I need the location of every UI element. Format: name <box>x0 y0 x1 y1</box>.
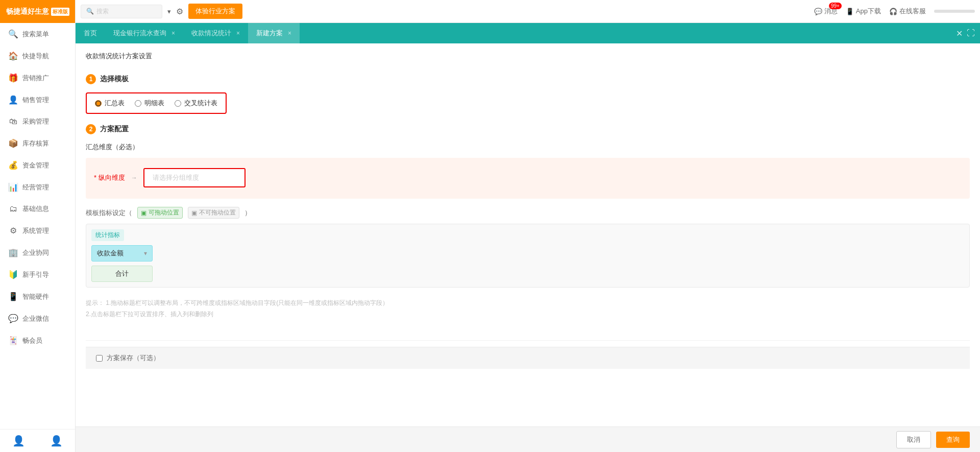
message-badge: 99+ <box>829 3 842 9</box>
header-search-placeholder[interactable]: 搜索 <box>96 7 109 16</box>
sidebar-tag: 标准版 <box>51 8 69 16</box>
dimension-row: * 纵向维度 → 请选择分组维度 <box>94 168 962 187</box>
tab-close-receipts[interactable]: × <box>236 30 240 37</box>
template-selector: 汇总表 明细表 交叉统计表 <box>86 92 227 114</box>
sales-icon: 👤 <box>8 95 18 105</box>
close-window-icon[interactable]: ✕ <box>956 29 963 38</box>
cancel-button[interactable]: 取消 <box>896 431 931 448</box>
sidebar-bottom-user2[interactable]: 👤 <box>50 435 63 447</box>
metrics-amount-arrow[interactable]: ▾ <box>144 250 147 257</box>
user-info[interactable] <box>934 10 975 13</box>
query-button[interactable]: 查询 <box>936 432 970 448</box>
sidebar-item-finance[interactable]: 💰资金管理 <box>0 154 75 176</box>
sidebar-item-operation[interactable]: 📊经营管理 <box>0 176 75 198</box>
message-btn[interactable]: 💬 消息 99+ <box>814 7 838 16</box>
sidebar-logo: 畅捷通好生意 标准版 <box>0 0 75 23</box>
sidebar-item-system[interactable]: ⚙系统管理 <box>0 220 75 242</box>
save-label[interactable]: 方案保存（可选） <box>107 353 160 363</box>
tabs-bar: 首页现金银行流水查询×收款情况统计×新建方案× ✕ ⛶ <box>76 23 980 43</box>
radio-summary-input[interactable] <box>95 100 102 107</box>
metrics-total-label: 合计 <box>115 270 129 277</box>
section2-title: 方案配置 <box>100 125 129 134</box>
sidebar-label-quicknav: 快捷导航 <box>22 52 49 61</box>
main-content: 收款情况统计方案设置 1 选择模板 汇总表 明细表 交叉统计表 <box>76 43 980 452</box>
sidebar-label-finance: 资金管理 <box>22 161 49 170</box>
finance-icon: 💰 <box>8 160 18 170</box>
sidebar-label-enterprise: 企业协同 <box>22 248 49 257</box>
sidebar-item-inventory[interactable]: 📦库存核算 <box>0 132 75 154</box>
search-icon: 🔍 <box>86 8 94 15</box>
app-download-btn[interactable]: 📱 App下载 <box>846 7 881 16</box>
draggable-yes-tag: ▣ 可拖动位置 <box>137 207 183 219</box>
save-checkbox[interactable] <box>96 355 103 362</box>
draggable-no-label: 不可拖动位置 <box>199 208 236 217</box>
sidebar-item-sales[interactable]: 👤销售管理 <box>0 89 75 111</box>
tab-label-cashflow: 现金银行流水查询 <box>113 29 166 38</box>
sidebar-label-system: 系统管理 <box>22 226 49 235</box>
hardware-icon: 📱 <box>8 292 18 301</box>
sidebar-item-enterprise[interactable]: 🏢企业协同 <box>0 242 75 264</box>
dimension-area: * 纵向维度 → 请选择分组维度 <box>86 158 970 199</box>
tab-close-newplan[interactable]: × <box>288 30 291 37</box>
sidebar-item-marketing[interactable]: 🎁营销推广 <box>0 67 75 89</box>
sidebar-label-hardware: 智能硬件 <box>22 292 49 301</box>
footer-bar: 取消 查询 <box>76 426 980 452</box>
tab-cashflow[interactable]: 现金银行流水查询× <box>105 23 183 43</box>
section2-header: 2 方案配置 <box>86 124 970 134</box>
vertical-dimension-label: * 纵向维度 <box>94 173 125 182</box>
gear-icon[interactable]: ⚙ <box>176 7 183 16</box>
divider <box>86 340 970 341</box>
system-icon: ⚙ <box>8 226 18 235</box>
sidebar-item-wechat[interactable]: 💬企业微信 <box>0 307 75 329</box>
metrics-label-suffix: ） <box>244 208 251 218</box>
radio-summary-label: 汇总表 <box>105 99 125 108</box>
radio-summary[interactable]: 汇总表 <box>95 99 125 108</box>
tab-receipts[interactable]: 收款情况统计× <box>183 23 248 43</box>
section1-title: 选择模板 <box>100 75 129 84</box>
logo-text: 畅捷通好生意 <box>6 7 49 16</box>
radio-detail-label: 明细表 <box>144 99 164 108</box>
service-icon: 🎧 <box>889 8 897 15</box>
tabs-right-actions: ✕ ⛶ <box>956 29 980 38</box>
trial-btn[interactable]: 体验行业方案 <box>188 4 242 19</box>
section1-num: 1 <box>86 74 96 84</box>
metrics-item-amount[interactable]: 收款金额 ▾ <box>91 245 153 261</box>
app-label: App下载 <box>856 7 881 16</box>
radio-detail[interactable]: 明细表 <box>135 99 164 108</box>
tab-close-cashflow[interactable]: × <box>172 30 175 37</box>
radio-group: 汇总表 明细表 交叉统计表 <box>95 99 217 108</box>
sidebar-label-newbie: 新手引导 <box>22 270 49 279</box>
sidebar-bottom-user1[interactable]: 👤 <box>12 435 25 447</box>
newbie-icon: 🔰 <box>8 270 18 279</box>
operation-icon: 📊 <box>8 182 18 192</box>
member-icon: 🃏 <box>8 336 18 345</box>
expand-icon[interactable]: ⛶ <box>967 29 975 38</box>
header: 🔍 搜索 ▾ ⚙ 体验行业方案 💬 消息 99+ 📱 App下载 🎧 在线客服 <box>76 0 980 23</box>
inventory-icon: 📦 <box>8 138 18 148</box>
sidebar-item-newbie[interactable]: 🔰新手引导 <box>0 264 75 286</box>
sidebar-item-member[interactable]: 🃏畅会员 <box>0 329 75 351</box>
sidebar-item-quicknav[interactable]: 🏠快捷导航 <box>0 45 75 67</box>
online-service-btn[interactable]: 🎧 在线客服 <box>889 7 926 16</box>
dimension-placeholder[interactable]: 请选择分组维度 <box>143 168 246 187</box>
header-dropdown-icon[interactable]: ▾ <box>167 8 171 15</box>
sidebar-item-search[interactable]: 🔍搜索菜单 <box>0 23 75 45</box>
sidebar-item-hardware[interactable]: 📱智能硬件 <box>0 286 75 307</box>
radio-cross-input[interactable] <box>175 100 181 107</box>
sidebar-item-basicinfo[interactable]: 🗂基础信息 <box>0 198 75 220</box>
tab-newplan[interactable]: 新建方案× <box>248 23 300 43</box>
radio-cross-label: 交叉统计表 <box>184 99 217 108</box>
wechat-icon: 💬 <box>8 314 18 323</box>
sidebar-label-inventory: 库存核算 <box>22 139 49 148</box>
radio-cross[interactable]: 交叉统计表 <box>175 99 217 108</box>
dimension-arrow: → <box>131 174 137 181</box>
header-search-box: 🔍 搜索 <box>81 5 162 18</box>
radio-detail-input[interactable] <box>135 100 141 107</box>
sidebar-label-basicinfo: 基础信息 <box>22 204 49 213</box>
content-area: 收款情况统计方案设置 1 选择模板 汇总表 明细表 交叉统计表 <box>76 43 980 426</box>
sidebar-label-search: 搜索菜单 <box>22 30 49 39</box>
basicinfo-icon: 🗂 <box>8 204 18 213</box>
sidebar-item-purchase[interactable]: 🛍采购管理 <box>0 111 75 132</box>
tab-home[interactable]: 首页 <box>76 23 105 43</box>
config-section: 汇总维度（必选） * 纵向维度 → 请选择分组维度 模板指标设定（ ▣ 可拖动位… <box>86 142 970 330</box>
